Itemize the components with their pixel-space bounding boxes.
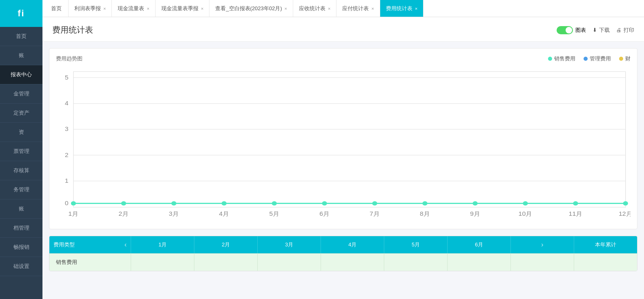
sidebar-item-fixed-assets[interactable]: 定资产 <box>0 104 42 123</box>
td-m4-sales <box>321 254 384 271</box>
legend-admin-label: 管理费用 <box>590 55 611 62</box>
tab-expense-close[interactable]: × <box>415 6 417 11</box>
tab-payable-stat-close[interactable]: × <box>371 6 374 11</box>
svg-text:3月: 3月 <box>169 211 179 217</box>
td-m2-sales <box>194 254 258 271</box>
sidebar-item-fund[interactable]: 金管理 <box>0 84 42 104</box>
svg-text:3: 3 <box>65 126 69 132</box>
tab-blank-report-close[interactable]: × <box>285 6 287 11</box>
sidebar-item-home[interactable]: 首页 <box>0 27 42 46</box>
svg-text:4月: 4月 <box>219 211 229 217</box>
th-m2: 2月 <box>194 236 258 253</box>
chart-toggle[interactable] <box>557 26 573 34</box>
tab-receivable[interactable]: 应收统计表 × <box>293 0 336 17</box>
legend-finance-label: 财 <box>625 55 631 62</box>
svg-point-24 <box>623 201 628 206</box>
tab-cashflow-close[interactable]: × <box>147 6 149 11</box>
page-title: 费用统计表 <box>52 24 93 35</box>
svg-text:0: 0 <box>65 200 69 206</box>
page-actions: 图表 ⬇ 下载 🖨 打印 <box>557 26 634 34</box>
svg-text:4: 4 <box>65 100 69 106</box>
sidebar-item-payable[interactable]: 账 <box>0 199 42 219</box>
sidebar-item-service[interactable]: 务管理 <box>0 180 42 199</box>
svg-text:5月: 5月 <box>269 211 279 217</box>
legend-admin-dot <box>584 57 588 61</box>
svg-text:9月: 9月 <box>470 211 480 217</box>
th-m1: 1月 <box>131 236 194 253</box>
chart-wrapper: 5 4 3 2 1 0 <box>56 67 631 222</box>
sidebar-item-investment[interactable]: 资 <box>0 123 42 142</box>
legend-finance-dot <box>619 57 623 61</box>
svg-text:2月: 2月 <box>118 211 129 217</box>
print-button[interactable]: 🖨 打印 <box>616 27 634 34</box>
legend-sales-label: 销售费用 <box>554 55 575 62</box>
tab-bar: 首页 利润表季报 × 现金流量表 × 现金流量表季报 × 查看_空白报表(202… <box>42 0 644 17</box>
sidebar-logo: fi <box>0 0 42 27</box>
legend-sales-dot <box>548 57 552 61</box>
tab-payable-stat[interactable]: 应付统计表 × <box>336 0 380 17</box>
td-m3-sales <box>258 254 321 271</box>
chart-section: 费用趋势图 销售费用 管理费用 财 <box>49 48 637 229</box>
page-content: 费用统计表 图表 ⬇ 下载 🖨 打印 费用趋势图 <box>42 17 644 299</box>
chart-title: 费用趋势图 <box>56 55 82 62</box>
svg-text:5: 5 <box>65 75 69 81</box>
svg-point-19 <box>372 201 377 206</box>
svg-point-15 <box>172 201 176 206</box>
sidebar-item-invoice[interactable]: 票管理 <box>0 142 42 161</box>
expense-table: 费用类型 ‹ 1月 2月 3月 4月 5月 6月 › 本年累计 销售费用 <box>49 236 637 271</box>
tab-profit-close[interactable]: × <box>103 6 106 11</box>
tab-home[interactable]: 首页 <box>45 0 69 17</box>
sidebar-item-report[interactable]: 报表中心 <box>0 65 42 84</box>
chart-toggle-label: 图表 <box>575 27 586 34</box>
download-button[interactable]: ⬇ 下载 <box>593 27 610 34</box>
td-m5-sales <box>384 254 448 271</box>
tab-cashflow-q[interactable]: 现金流量表季报 × <box>156 0 209 17</box>
table-nav-prev[interactable]: ‹ <box>125 241 127 248</box>
td-type-sales: 销售费用 <box>49 254 131 271</box>
th-nav-next: › <box>511 236 574 253</box>
td-m6-sales <box>448 254 511 271</box>
tab-cashflow-q-close[interactable]: × <box>201 6 203 11</box>
legend-finance: 财 <box>619 55 631 62</box>
tab-expense[interactable]: 费用统计表 × <box>380 0 423 17</box>
download-icon: ⬇ <box>593 27 597 33</box>
tab-receivable-close[interactable]: × <box>328 6 330 11</box>
svg-point-16 <box>222 201 227 206</box>
th-m4: 4月 <box>321 236 384 253</box>
sidebar-item-settings[interactable]: 础设置 <box>0 257 42 276</box>
svg-text:7月: 7月 <box>370 211 380 217</box>
svg-rect-12 <box>74 72 626 208</box>
sidebar-item-archive[interactable]: 档管理 <box>0 219 42 238</box>
table-nav-next[interactable]: › <box>541 241 543 248</box>
tab-cashflow[interactable]: 现金流量表 × <box>112 0 155 17</box>
th-m3: 3月 <box>258 236 321 253</box>
legend-admin: 管理费用 <box>584 55 611 62</box>
th-m5: 5月 <box>384 236 448 253</box>
sidebar-item-inventory[interactable]: 存核算 <box>0 161 42 180</box>
svg-text:2: 2 <box>65 152 69 158</box>
sidebar-item-account[interactable]: 账 <box>0 46 42 65</box>
page-header: 费用统计表 图表 ⬇ 下载 🖨 打印 <box>42 17 644 42</box>
print-icon: 🖨 <box>616 27 622 33</box>
svg-text:12月: 12月 <box>619 211 631 217</box>
svg-text:1: 1 <box>65 178 69 184</box>
td-ytd-sales <box>574 254 637 271</box>
svg-text:10月: 10月 <box>519 211 533 217</box>
svg-point-20 <box>422 201 427 206</box>
main-area: 首页 利润表季报 × 现金流量表 × 现金流量表季报 × 查看_空白报表(202… <box>42 0 644 299</box>
sidebar-item-sales[interactable]: 畅报销 <box>0 238 42 257</box>
chart-toggle-wrap: 图表 <box>557 26 586 34</box>
legend-sales: 销售费用 <box>548 55 575 62</box>
svg-point-18 <box>322 201 327 206</box>
chart-header: 费用趋势图 销售费用 管理费用 财 <box>56 55 631 62</box>
table-row-sales: 销售费用 <box>49 253 637 271</box>
svg-text:11月: 11月 <box>569 211 583 217</box>
tab-profit[interactable]: 利润表季报 × <box>69 0 112 17</box>
svg-point-13 <box>71 201 76 206</box>
tab-blank-report[interactable]: 查看_空白报表(2023年02月) × <box>209 0 293 17</box>
th-ytd: 本年累计 <box>574 236 637 253</box>
th-m6: 6月 <box>448 236 511 253</box>
th-type: 费用类型 ‹ <box>49 236 131 253</box>
td-nav-placeholder <box>511 254 574 271</box>
chart-legend: 销售费用 管理费用 财 <box>548 55 631 62</box>
